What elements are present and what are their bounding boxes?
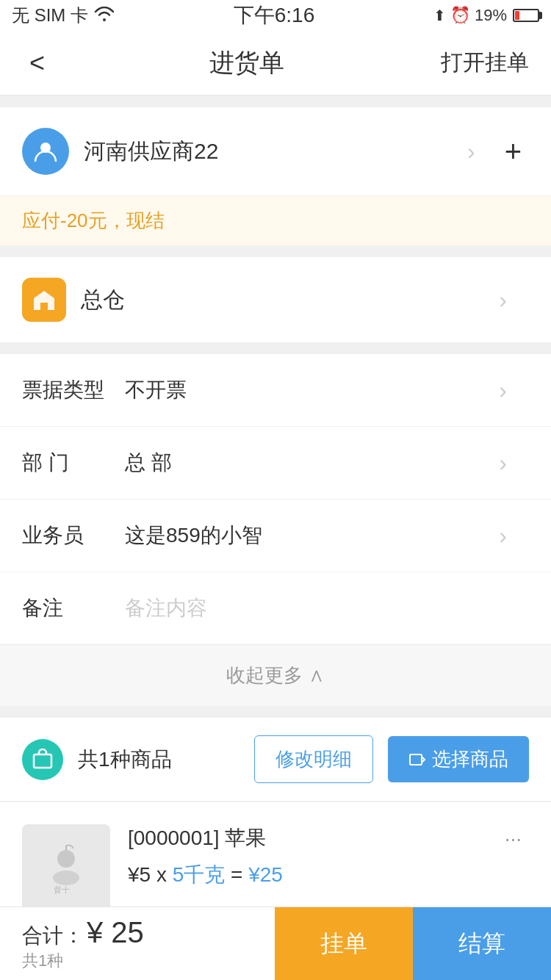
svg-text:督十: 督十 [54,885,70,894]
bottom-bar: 合计： ¥ 25 共1种 挂单 结算 [0,907,551,980]
total-label: 合计： [22,922,84,950]
product-price-row: ¥5 x 5千克 = ¥25 [128,861,480,889]
department-chevron-icon: › [499,450,507,477]
open-hang-button[interactable]: 打开挂单 [441,48,529,78]
warehouse-name: 总仓 [81,285,499,315]
product-name: [0000001] 苹果 [128,824,480,852]
product-subtotal: ¥25 [248,863,283,886]
product-unit-price: ¥5 [128,863,151,886]
carrier-text: 无 SIM 卡 [12,4,88,27]
salesperson-chevron-icon: › [499,522,507,550]
department-value: 总 部 [125,449,499,477]
warehouse-row[interactable]: 总仓 › [0,257,551,342]
status-left: 无 SIM 卡 [12,4,115,27]
product-fruit-name: 苹果 [225,826,266,849]
svg-rect-2 [34,754,51,768]
invoice-type-row[interactable]: 票据类型 不开票 › [0,354,551,427]
supplier-section: 河南供应商22 › + 应付-20元，现结 [0,107,551,245]
payment-alert: 应付-20元，现结 [0,196,551,245]
total-area: 合计： ¥ 25 共1种 [0,916,275,972]
form-section: 票据类型 不开票 › 部 门 总 部 › 业务员 这是859的小智 › 备注 备… [0,354,551,644]
supplier-name: 河南供应商22 [84,137,467,167]
wifi-icon [94,5,115,26]
salesperson-row[interactable]: 业务员 这是859的小智 › [0,500,551,572]
total-amount: ¥ 25 [87,916,144,949]
add-button[interactable]: + [497,135,529,168]
product-more-button[interactable]: ··· [497,824,529,854]
supplier-avatar [22,128,69,175]
product-header: 共1种商品 修改明细 选择商品 [0,718,551,801]
product-thumbnail: 督十 [22,824,110,912]
svg-point-5 [53,871,79,885]
product-count-icon [22,739,63,780]
product-code: [0000001] [128,826,220,849]
invoice-type-label: 票据类型 [22,376,110,404]
battery-percent: 19% [475,6,507,25]
status-time: 下午6:16 [234,1,315,29]
checkout-button[interactable]: 结算 [413,907,551,981]
salesperson-label: 业务员 [22,522,110,550]
product-info: [0000001] 苹果 ¥5 x 5千克 = ¥25 [128,824,480,889]
edit-detail-button[interactable]: 修改明细 [254,735,373,783]
page-title: 进货单 [209,46,284,80]
select-product-button[interactable]: 选择商品 [388,736,529,782]
warehouse-icon [22,278,66,322]
svg-rect-3 [410,754,422,765]
salesperson-value: 这是859的小智 [125,522,499,550]
hang-button[interactable]: 挂单 [275,907,413,981]
supplier-row[interactable]: 河南供应商22 › + [0,107,551,196]
collapse-bar[interactable]: 收起更多 ∧ [0,644,551,706]
department-row[interactable]: 部 门 总 部 › [0,427,551,500]
total-count: 共1种 [22,950,253,972]
svg-point-4 [57,850,75,868]
invoice-chevron-icon: › [499,377,507,404]
back-button[interactable]: < [22,40,52,86]
product-count-text: 共1种商品 [78,746,240,774]
select-product-label: 选择商品 [432,746,508,772]
status-right: ⬆ ⏰ 19% [433,6,539,25]
remark-value: 备注内容 [125,594,529,622]
supplier-chevron-icon: › [467,138,475,165]
warehouse-section[interactable]: 总仓 › [0,257,551,342]
location-icon: ⬆ [433,7,446,24]
department-label: 部 门 [22,449,110,477]
remark-label: 备注 [22,594,110,622]
warehouse-chevron-icon: › [499,287,507,314]
battery-icon [513,9,539,22]
product-quantity: 5千克 [173,863,226,886]
svg-rect-1 [40,303,48,310]
nav-bar: < 进货单 打开挂单 [0,31,551,96]
status-bar: 无 SIM 卡 下午6:16 ⬆ ⏰ 19% [0,0,551,31]
alarm-icon: ⏰ [450,6,470,25]
invoice-type-value: 不开票 [125,376,499,404]
remark-row[interactable]: 备注 备注内容 [0,572,551,644]
